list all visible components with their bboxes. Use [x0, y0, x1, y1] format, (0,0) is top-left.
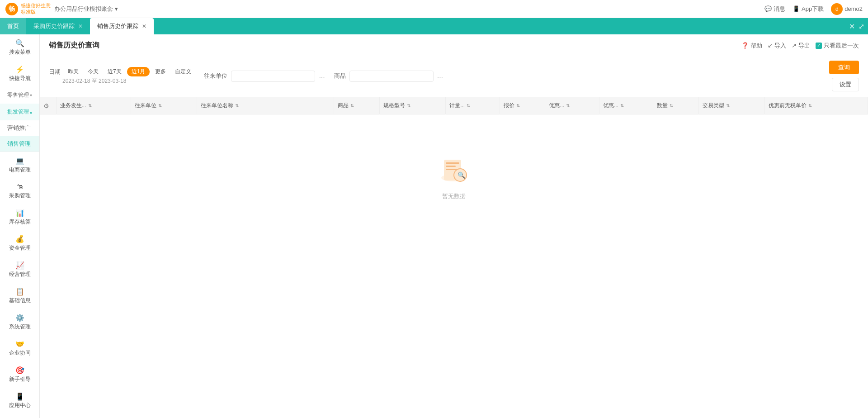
sidebar-item-finance[interactable]: 💰 资金管理: [0, 230, 39, 256]
sidebar: 🔍 搜索菜单 ⚡ 快捷导航 零售管理 ▾ 批发管理 ▴ 营销推广 销售管理 💻 …: [0, 34, 40, 418]
finance-icon: 💰: [15, 235, 24, 243]
tab-home[interactable]: 首页: [0, 18, 26, 34]
basic-info-icon: 📋: [15, 287, 24, 296]
empty-text: 暂无数据: [442, 192, 466, 200]
chevron-down-icon: ▾: [115, 5, 118, 12]
page-title: 销售历史价查询: [49, 41, 99, 50]
date-range: 2023-02-18 至 2023-03-18: [62, 77, 195, 85]
message-btn[interactable]: 💬 消息: [764, 5, 785, 13]
operations-icon: 📈: [15, 261, 24, 270]
sort-icon: ⇅: [808, 103, 812, 108]
sidebar-item-marketing[interactable]: 营销推广: [0, 120, 39, 136]
date-label: 日期: [49, 68, 61, 76]
product-input-dots[interactable]: ...: [437, 72, 443, 80]
gear-icon[interactable]: ⚙: [43, 102, 49, 109]
app-selector[interactable]: 办公用品行业模拟账套 ▾: [54, 5, 118, 13]
sidebar-item-basic-info[interactable]: 📋 基础信息: [0, 283, 39, 309]
th-partner-code[interactable]: 往来单位 ⇅: [131, 97, 197, 114]
sidebar-item-guide[interactable]: 🎯 新手引导: [0, 361, 39, 388]
sidebar-item-search[interactable]: 🔍 搜索菜单: [0, 34, 39, 61]
date-btn-more[interactable]: 更多: [151, 67, 170, 76]
sort-icon: ⇅: [235, 103, 239, 108]
date-btn-7days[interactable]: 近7天: [104, 67, 125, 76]
tab-bar: 首页 采购历史价跟踪 ✕ 销售历史价跟踪 ✕ ✕ ⤢: [0, 18, 868, 34]
tab-sales-history[interactable]: 销售历史价跟踪 ✕: [90, 18, 154, 34]
svg-rect-4: [446, 169, 458, 170]
sidebar-item-wholesale[interactable]: 批发管理 ▴: [0, 104, 39, 120]
ecommerce-icon: 💻: [15, 157, 24, 165]
sort-icon: ⇅: [516, 103, 520, 108]
partner-label: 往来单位: [204, 72, 227, 80]
sidebar-item-inventory[interactable]: 📊 库存核算: [0, 204, 39, 230]
main-layout: 🔍 搜索菜单 ⚡ 快捷导航 零售管理 ▾ 批发管理 ▴ 营销推广 销售管理 💻 …: [0, 34, 868, 418]
chevron-down-icon: ▾: [30, 93, 32, 98]
th-partner-name[interactable]: 往来单位名称 ⇅: [197, 97, 334, 114]
filter-row: 日期 昨天 今天 近7天 近1月 更多 自定义 2023-02-18 至 202…: [49, 61, 859, 91]
shortcut-icon: ⚡: [15, 65, 24, 74]
th-discount1[interactable]: 优惠... ⇅: [545, 97, 599, 114]
sidebar-item-wechat[interactable]: 💬 企业微信: [0, 414, 39, 418]
import-btn[interactable]: ↙ 导入: [768, 42, 786, 50]
partner-input[interactable]: [231, 71, 315, 82]
search-icon: 🔍: [15, 39, 24, 48]
sidebar-item-operations[interactable]: 📈 经营管理: [0, 256, 39, 283]
sort-icon: ⇅: [158, 103, 162, 108]
sort-icon: ⇅: [88, 103, 92, 108]
svg-rect-2: [446, 162, 459, 164]
sort-icon: ⇅: [620, 103, 624, 108]
sidebar-item-sales-mgmt[interactable]: 销售管理: [0, 136, 39, 152]
sidebar-item-cooperation[interactable]: 🤝 企业协同: [0, 335, 39, 361]
date-btn-today[interactable]: 今天: [84, 67, 102, 76]
top-bar-right: 💬 消息 📱 App下载 d demo2: [764, 3, 863, 15]
app-download-btn[interactable]: 📱 App下载: [793, 5, 824, 13]
th-pre-tax-price[interactable]: 优惠前无税单价 ⇅: [765, 97, 868, 114]
product-input[interactable]: [349, 71, 434, 82]
logo-text: 畅捷信好生意 标准版: [21, 3, 51, 14]
partner-filter-group: 往来单位 ...: [204, 71, 325, 82]
apps-icon: 📱: [15, 392, 24, 401]
product-filter-group: 商品 ...: [334, 71, 443, 82]
sidebar-item-purchase[interactable]: 🛍 采购管理: [0, 178, 39, 204]
sidebar-item-ecommerce[interactable]: 💻 电商管理: [0, 152, 39, 178]
svg-text:🔍: 🔍: [458, 171, 466, 179]
th-biz-date[interactable]: 业务发生... ⇅: [56, 97, 131, 114]
sort-icon: ⇅: [407, 103, 410, 108]
sidebar-item-shortcut[interactable]: ⚡ 快捷导航: [0, 61, 39, 87]
only-last-toggle[interactable]: ✓ 只看最后一次: [816, 42, 859, 50]
sort-icon: ⇅: [566, 103, 570, 108]
th-product[interactable]: 商品 ⇅: [334, 97, 380, 114]
maximize-btn[interactable]: ⤢: [859, 22, 864, 31]
date-btn-1month[interactable]: 近1月: [127, 67, 150, 76]
date-btn-yesterday[interactable]: 昨天: [64, 67, 82, 76]
tab-sales-history-close[interactable]: ✕: [142, 23, 146, 29]
th-spec[interactable]: 规格型号 ⇅: [380, 97, 446, 114]
sidebar-item-apps[interactable]: 📱 应用中心: [0, 388, 39, 414]
partner-input-dots[interactable]: ...: [319, 72, 325, 80]
top-bar-left: 畅 畅捷信好生意 标准版 办公用品行业模拟账套 ▾: [5, 3, 118, 15]
sort-icon: ⇅: [726, 103, 730, 108]
content-area: 销售历史价查询 ❓ 帮助 ↙ 导入 ↗ 导出 ✓ 只看最后一次: [40, 34, 868, 418]
date-btn-custom[interactable]: 自定义: [171, 67, 195, 76]
settings-button[interactable]: 设置: [832, 78, 859, 91]
tab-purchase-history-close[interactable]: ✕: [78, 23, 83, 29]
logo-icon: 畅: [5, 3, 18, 15]
th-discount2[interactable]: 优惠... ⇅: [599, 97, 653, 114]
query-button[interactable]: 查询: [829, 61, 859, 74]
date-filter-group: 日期 昨天 今天 近7天 近1月 更多 自定义 2023-02-18 至 202…: [49, 67, 195, 85]
th-quantity[interactable]: 数量 ⇅: [653, 97, 699, 114]
help-btn[interactable]: ❓ 帮助: [741, 42, 762, 50]
th-unit[interactable]: 计量... ⇅: [446, 97, 500, 114]
download-icon: 📱: [793, 5, 800, 12]
user-menu[interactable]: d demo2: [831, 3, 863, 15]
export-btn[interactable]: ↗ 导出: [792, 42, 810, 50]
tab-purchase-history[interactable]: 采购历史价跟踪 ✕: [26, 18, 90, 34]
th-quote[interactable]: 报价 ⇅: [500, 97, 545, 114]
th-trade-type[interactable]: 交易类型 ⇅: [699, 97, 765, 114]
guide-icon: 🎯: [15, 366, 24, 375]
sidebar-item-system[interactable]: ⚙️ 系统管理: [0, 309, 39, 335]
logo-area: 畅 畅捷信好生意 标准版: [5, 3, 51, 15]
close-window-btn[interactable]: ✕: [849, 22, 855, 31]
chevron-up-icon: ▴: [30, 109, 32, 114]
sidebar-item-retail[interactable]: 零售管理 ▾: [0, 87, 39, 104]
page-header: 销售历史价查询 ❓ 帮助 ↙ 导入 ↗ 导出 ✓ 只看最后一次: [40, 34, 868, 55]
